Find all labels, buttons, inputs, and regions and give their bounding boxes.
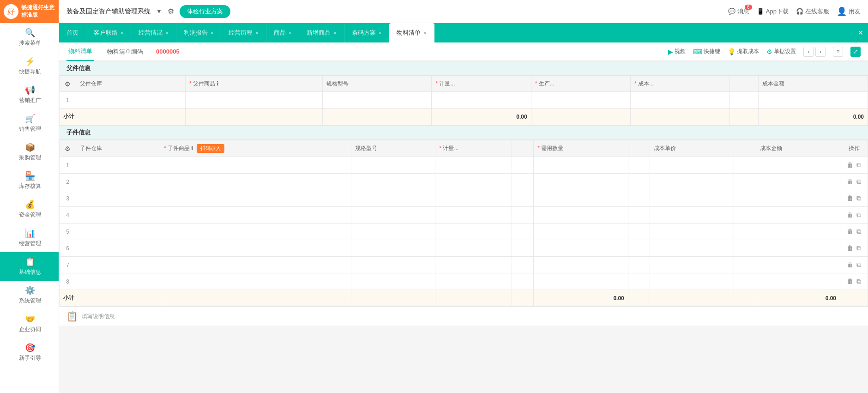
nav-tab-close-1[interactable]: × (121, 30, 123, 36)
parent-prod-1[interactable] (531, 92, 630, 109)
child-unit-7[interactable] (435, 257, 512, 273)
child-warehouse-5[interactable] (76, 224, 160, 240)
child-unit-4[interactable] (435, 207, 512, 224)
child-product-3[interactable] (160, 190, 351, 207)
child-warehouse-3[interactable] (76, 190, 160, 207)
child-spec-4[interactable] (351, 207, 435, 224)
nav-tab-close-2[interactable]: × (165, 30, 168, 36)
child-spec-3[interactable] (351, 190, 435, 207)
child-qty-2[interactable] (534, 174, 628, 190)
child-spec-8[interactable] (351, 273, 435, 290)
copy-icon-8[interactable]: ⧉ (856, 278, 861, 285)
child-unitcost-7[interactable] (650, 257, 734, 273)
child-product-7[interactable] (160, 257, 351, 273)
nav-tab-8[interactable]: 物料清单× (389, 23, 434, 42)
child-unitcost-4[interactable] (650, 207, 734, 224)
delete-icon-7[interactable]: 🗑 (847, 261, 853, 268)
shortcut-btn[interactable]: ⌨ 快捷键 (693, 48, 720, 55)
child-unitcost-5[interactable] (650, 224, 734, 240)
video-btn[interactable]: ▶ 视频 (668, 48, 686, 55)
settings-icon[interactable]: ⚙ (168, 7, 174, 16)
child-spec-1[interactable] (351, 157, 435, 174)
copy-icon-3[interactable]: ⧉ (856, 194, 861, 202)
child-qty-6[interactable] (534, 240, 628, 257)
sidebar-item-search[interactable]: 🔍搜索菜单 (0, 23, 59, 52)
child-qty-7[interactable] (534, 257, 628, 273)
delete-icon-1[interactable]: 🗑 (847, 161, 853, 169)
delete-icon-4[interactable]: 🗑 (847, 211, 853, 218)
copy-icon-7[interactable]: ⧉ (856, 261, 861, 268)
child-product-2[interactable] (160, 174, 351, 190)
delete-icon-3[interactable]: 🗑 (847, 194, 853, 202)
list-view-btn[interactable]: ≡ (833, 47, 843, 57)
sidebar-item-finance[interactable]: 💰资金管理 (0, 195, 59, 224)
nav-tab-0[interactable]: 首页 (59, 23, 86, 42)
sidebar-item-sales[interactable]: 🛒销售管理 (0, 109, 59, 138)
copy-icon-5[interactable]: ⧉ (856, 228, 861, 235)
parent-product-1[interactable] (185, 92, 322, 109)
parent-unit-1[interactable] (432, 92, 531, 109)
delete-icon-2[interactable]: 🗑 (847, 178, 853, 185)
child-unitcost-1[interactable] (650, 157, 734, 174)
child-warehouse-4[interactable] (76, 207, 160, 224)
parent-warehouse-1[interactable] (76, 92, 186, 109)
copy-icon-1[interactable]: ⧉ (856, 161, 861, 169)
child-unit-2[interactable] (435, 174, 512, 190)
app-download-btn[interactable]: 📱 App下载 (757, 7, 789, 16)
parent-cost-1[interactable] (630, 92, 729, 109)
child-unit-8[interactable] (435, 273, 512, 290)
child-unit-6[interactable] (435, 240, 512, 257)
prev-arrow[interactable]: ‹ (803, 47, 814, 57)
sidebar-item-marketing[interactable]: 📢营销推广 (0, 80, 59, 109)
nav-tab-close-7[interactable]: × (379, 30, 381, 36)
child-gear-btn[interactable]: ⚙ (65, 145, 71, 152)
nav-tab-close-6[interactable]: × (333, 30, 336, 36)
child-unitcost-3[interactable] (650, 190, 734, 207)
parent-gear-btn[interactable]: ⚙ (65, 80, 71, 88)
child-spec-2[interactable] (351, 174, 435, 190)
child-product-8[interactable] (160, 273, 351, 290)
nav-tab-7[interactable]: 条码方案× (344, 23, 389, 42)
copy-icon-6[interactable]: ⧉ (856, 244, 861, 252)
nav-tab-3[interactable]: 利润报告× (176, 23, 221, 42)
delete-icon-5[interactable]: 🗑 (847, 228, 853, 235)
child-qty-1[interactable] (534, 157, 628, 174)
online-service-btn[interactable]: 🎧 在线客服 (796, 7, 829, 16)
parent-spec-1[interactable] (322, 92, 432, 109)
nav-tab-2[interactable]: 经营情况× (131, 23, 176, 42)
nav-tab-5[interactable]: 商品× (266, 23, 299, 42)
nav-tab-close-5[interactable]: × (289, 30, 291, 36)
experience-btn[interactable]: 体验行业方案 (180, 5, 230, 18)
child-unit-3[interactable] (435, 190, 512, 207)
copy-icon-2[interactable]: ⧉ (856, 178, 861, 185)
child-unitcost-2[interactable] (650, 174, 734, 190)
child-qty-8[interactable] (534, 273, 628, 290)
child-product-4[interactable] (160, 207, 351, 224)
child-product-6[interactable] (160, 240, 351, 257)
delete-icon-8[interactable]: 🗑 (847, 278, 853, 285)
nav-tab-close-8[interactable]: × (423, 30, 426, 36)
copy-icon-4[interactable]: ⧉ (856, 211, 861, 218)
message-btn[interactable]: 💬 消息 6 (728, 7, 749, 16)
child-warehouse-8[interactable] (76, 273, 160, 290)
expand-btn[interactable]: ⤢ (850, 47, 861, 57)
sidebar-item-system[interactable]: ⚙️系统管理 (0, 281, 59, 309)
sidebar-item-base[interactable]: 📋基础信息 (0, 252, 59, 281)
sidebar-item-ops[interactable]: 📊经营管理 (0, 224, 59, 252)
child-unitcost-6[interactable] (650, 240, 734, 257)
sub-tab-code[interactable]: 物料清单编码 (105, 42, 145, 61)
child-warehouse-2[interactable] (76, 174, 160, 190)
child-unitcost-8[interactable] (650, 273, 734, 290)
nav-tab-close-4[interactable]: × (255, 30, 258, 36)
dropdown-arrow[interactable]: ▼ (156, 8, 162, 15)
child-qty-3[interactable] (534, 190, 628, 207)
child-qty-5[interactable] (534, 224, 628, 240)
doc-settings-btn[interactable]: ⚙ 单据设置 (766, 48, 796, 55)
child-warehouse-7[interactable] (76, 257, 160, 273)
nav-tab-1[interactable]: 客户联络× (86, 23, 131, 42)
sidebar-item-enterprise[interactable]: 🤝企业协同 (0, 309, 59, 338)
delete-icon-6[interactable]: 🗑 (847, 244, 853, 252)
child-unit-5[interactable] (435, 224, 512, 240)
child-qty-4[interactable] (534, 207, 628, 224)
sub-tab-bom[interactable]: 物料清单 (66, 42, 94, 61)
